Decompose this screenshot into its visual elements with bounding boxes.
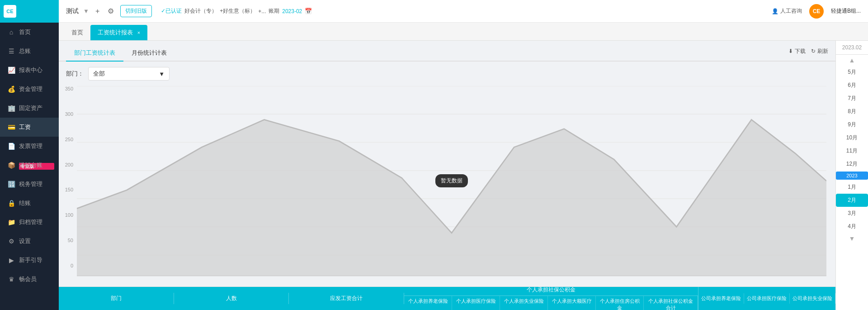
sidebar-label-closing: 结账	[19, 199, 31, 207]
sidebar-label-settings: 设置	[19, 237, 31, 245]
month-item-3[interactable]: 3月	[836, 207, 868, 220]
sidebar-item-purchase-sale[interactable]: 📦 进销台账	[0, 156, 59, 175]
sidebar-item-reports[interactable]: 📈 报表中心	[0, 61, 59, 80]
filter-label: 部门：	[66, 70, 84, 78]
col-personal-medical: 个人承担医疗保险	[452, 296, 500, 310]
chart-area: 350 300 250 200 150 100 50 0	[59, 86, 835, 286]
help-button[interactable]: 👤 人工咨询	[772, 7, 802, 15]
sidebar-item-funds[interactable]: 💰 资金管理	[0, 80, 59, 99]
col-personal-pension: 个人承担养老保险	[404, 296, 452, 310]
accounting-status: 好会计（专）	[184, 7, 217, 15]
month-item-11[interactable]: 11月	[836, 144, 868, 157]
sidebar-label-funds: 资金管理	[19, 85, 42, 93]
sidebar-label-membership: 畅会员	[19, 275, 37, 283]
sidebar-item-general-ledger[interactable]: ☰ 总账	[0, 42, 59, 61]
sidebar-item-invoice[interactable]: 📄 发票管理	[0, 137, 59, 156]
sidebar-label-salary: 工资	[19, 123, 31, 131]
year-marker-2023: 2023	[836, 172, 868, 180]
closing-icon: 🔒	[7, 200, 15, 207]
col-dept: 部门	[59, 293, 174, 304]
chart-svg	[77, 86, 826, 282]
topbar-arrow-icon[interactable]: ▼	[83, 8, 89, 14]
content-with-panel: 部门工资统计表 月份统计计表 ⬇ 下载 ↻ 刷新 部门： 全部	[59, 41, 868, 310]
subtab-actions: ⬇ 下载 ↻ 刷新	[788, 48, 828, 59]
department-select[interactable]: 全部 ▼	[88, 67, 170, 81]
month-item-10[interactable]: 10月	[836, 131, 868, 144]
certified-status: ✓已认证	[161, 7, 182, 15]
app-logo: CE 畅捷通好会计 专业版	[0, 0, 59, 23]
subtabs: 部门工资统计表 月份统计计表 ⬇ 下载 ↻ 刷新	[59, 41, 835, 62]
month-item-6[interactable]: 6月	[836, 79, 868, 92]
sidebar-label-ledger: 总账	[19, 47, 31, 55]
home-icon: ⌂	[7, 29, 15, 36]
col-personal-unemployment: 个人承担失业保险	[500, 296, 548, 310]
sidebar-label-archive: 归档管理	[19, 218, 42, 226]
company-group-cols: 公司承担养老保险 公司承担医疗保险 公司承担失业保险	[698, 293, 835, 304]
chart-container: 暂无数据	[77, 86, 826, 282]
period-value: 2023-02	[282, 8, 302, 14]
right-panel-down-icon[interactable]: ▼	[847, 233, 857, 244]
company-group: 公司承担养老保险 公司承担医疗保险 公司承担失业保险	[698, 293, 835, 304]
personal-group-header: 个人承担社保公积金	[404, 286, 698, 296]
tab-home[interactable]: 首页	[66, 25, 89, 40]
sidebar-item-fixed-assets[interactable]: 🏢 固定资产	[0, 99, 59, 118]
subtab-monthly[interactable]: 月份统计计表	[123, 45, 175, 62]
col-personal-large-medical: 个人承担大额医疗	[548, 296, 596, 310]
calendar-icon[interactable]: 📅	[305, 8, 312, 14]
settings-icon: ⚙	[7, 238, 15, 245]
sidebar-item-archive[interactable]: 📁 归档管理	[0, 213, 59, 232]
sidebar-item-membership[interactable]: ♛ 畅会员	[0, 270, 59, 289]
sidebar-label-reports: 报表中心	[19, 66, 42, 74]
content-main: 部门工资统计表 月份统计计表 ⬇ 下载 ↻ 刷新 部门： 全部	[59, 41, 835, 310]
main-area: 测试 ▼ + ⚙ 切到旧版 ✓已认证 好会计（专） +好生意（标） +... 账…	[59, 0, 868, 310]
sidebar-label-invoice: 发票管理	[19, 142, 42, 150]
sidebar-item-closing[interactable]: 🔒 结账	[0, 194, 59, 213]
ledger-icon: ☰	[7, 48, 15, 55]
tab-close-icon[interactable]: ×	[137, 30, 140, 35]
personal-group: 个人承担社保公积金 个人承担养老保险 个人承担医疗保险 个人承担失业保险 个人承…	[404, 286, 698, 310]
sidebar-label-tax: 税务管理	[19, 180, 42, 188]
sidebar-item-tax[interactable]: 🔢 税务管理	[0, 175, 59, 194]
subtab-dept[interactable]: 部门工资统计表	[66, 45, 123, 62]
month-item-12[interactable]: 12月	[836, 157, 868, 171]
purchase-icon: 📦	[7, 162, 15, 169]
col-company-unemployment: 公司承担失业保险	[790, 293, 835, 304]
month-item-5[interactable]: 5月	[836, 66, 868, 79]
topbar-title: 测试	[66, 7, 79, 15]
tab-salary-report[interactable]: 工资统计报表 ×	[90, 25, 147, 40]
period-label: 账期	[269, 7, 279, 15]
svg-marker-8	[77, 119, 826, 276]
sidebar-item-guide[interactable]: ▶ 新手引导	[0, 251, 59, 270]
y-axis: 350 300 250 200 150 100 50 0	[59, 86, 77, 268]
right-panel-up-icon[interactable]: ▲	[847, 55, 857, 66]
download-button[interactable]: ⬇ 下载	[788, 48, 806, 55]
sidebar-label-purchase: 进销台账	[19, 161, 42, 169]
sidebar-item-settings[interactable]: ⚙ 设置	[0, 232, 59, 251]
refresh-button[interactable]: ↻ 刷新	[811, 48, 828, 55]
month-item-1[interactable]: 1月	[836, 181, 868, 194]
assets-icon: 🏢	[7, 105, 15, 112]
membership-icon: ♛	[7, 276, 15, 283]
month-item-9[interactable]: 9月	[836, 118, 868, 131]
month-item-8[interactable]: 8月	[836, 105, 868, 118]
salary-icon: 💳	[7, 124, 15, 131]
col-total: 应发工资合计	[289, 293, 404, 304]
sidebar-item-salary[interactable]: 💳 工资	[0, 118, 59, 137]
switch-old-version-button[interactable]: 切到旧版	[120, 5, 152, 17]
status-tags: ✓已认证 好会计（专） +好生意（标） +... 账期 2023-02 📅	[161, 7, 312, 15]
add-button[interactable]: +	[94, 5, 101, 17]
sidebar-item-home[interactable]: ⌂ 首页	[0, 23, 59, 42]
settings-button[interactable]: ⚙	[106, 5, 116, 17]
month-item-2-active[interactable]: 2月	[836, 194, 868, 207]
help-icon: 👤	[772, 8, 778, 14]
more-status: +...	[258, 8, 266, 14]
user-name[interactable]: 轻捷通B组...	[831, 7, 861, 15]
avatar: CE	[809, 4, 824, 19]
month-item-7[interactable]: 7月	[836, 92, 868, 105]
month-item-4[interactable]: 4月	[836, 220, 868, 233]
col-company-medical: 公司承担医疗保险	[744, 293, 790, 304]
tabbar: 首页 工资统计报表 ×	[59, 23, 868, 41]
guide-icon: ▶	[7, 257, 15, 264]
col-personal-housing: 个人承担住房公积金	[596, 296, 644, 310]
sidebar-label-guide: 新手引导	[19, 256, 42, 264]
